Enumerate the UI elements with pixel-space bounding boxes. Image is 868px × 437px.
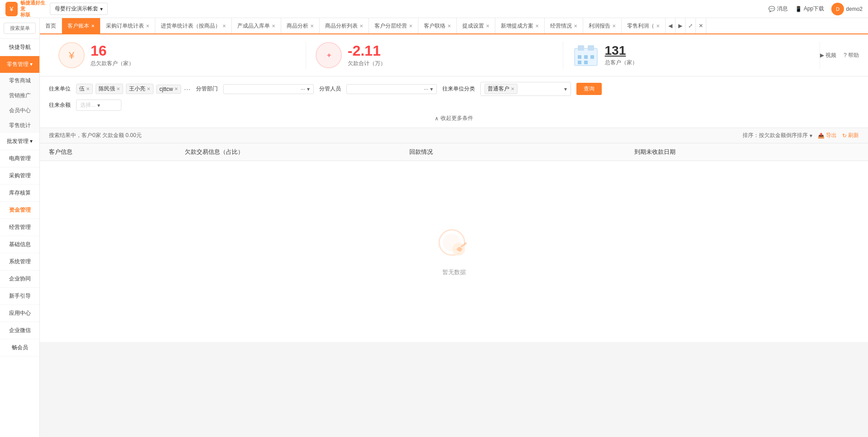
tab-product-analysis[interactable]: 商品分析 ✕ [281,18,320,34]
refresh-button[interactable]: ↻ 刷新 [842,132,859,139]
tab-bar: 首页 客户账本 ✕ 采购订单统计表 ✕ 进货单统计表（按商品） ✕ 产成品入库单… [40,18,868,34]
tab-raise-settings[interactable]: 提成设置 ✕ [457,18,495,34]
message-btn[interactable]: 💬 消息 [768,5,788,13]
sidebar-item-member-center[interactable]: 会员中心 [0,103,39,118]
tab-close-customer-account[interactable]: ✕ [91,24,95,28]
sidebar-item-member-card[interactable]: 畅会员 [0,339,39,356]
tab-profit-report[interactable]: 利润报告 ✕ [583,18,622,34]
sidebar-item-purchase-mgmt[interactable]: 采购管理 [0,167,39,185]
stat-label-customers: 总欠款客户（家） [91,60,134,67]
tab-retail-profit[interactable]: 零售利润（ ✕ [622,18,666,34]
stat-info-customers: 16 总欠款客户（家） [91,43,134,67]
sidebar-item-inventory-check[interactable]: 库存核算 [0,185,39,202]
tab-close-raise-settings[interactable]: ✕ [486,24,489,28]
tab-close-cost-in-order[interactable]: ✕ [272,24,275,28]
tab-nav-next[interactable]: ▶ [676,18,686,34]
export-button[interactable]: 📤 导出 [818,132,837,139]
tab-close-retail-profit[interactable]: ✕ [656,24,660,28]
stat-block-customers: ¥ 16 总欠款客户（家） [49,42,306,69]
sidebar-item-new-guide[interactable]: 新手引导 [0,288,39,305]
sidebar-item-quick-nav[interactable]: 快捷导航 [0,39,39,56]
col-repayment: 回款情况 [409,148,634,156]
tab-close-customer-segment[interactable]: ✕ [409,24,412,28]
sidebar-item-enterprise-wx[interactable]: 企业微信 [0,322,39,339]
balance-input[interactable]: 选择... ▾ [76,100,121,111]
remove-tag-0[interactable]: ✕ [86,86,90,91]
tab-close-new-raise-plan[interactable]: ✕ [535,24,539,28]
sidebar-item-retail-mall[interactable]: 零售商城 [0,73,39,88]
tab-nav-prev[interactable]: ◀ [666,18,676,34]
filter-tags-area: 伍 ✕ 陈民强 ✕ 王小亮 ✕ cjttcw ✕ [76,84,191,94]
stat-icon-total [572,42,599,69]
tab-cost-in-order[interactable]: 产成品入库单 ✕ [232,18,281,34]
video-link[interactable]: ▶ 视频 [820,52,836,59]
query-button[interactable]: 查询 [576,83,602,95]
stat-icon-debt: ✦ [315,42,342,69]
remove-unit-class-tag[interactable]: ✕ [511,86,514,91]
filter-tag-1: 陈民强 ✕ [96,84,123,94]
sidebar-item-marketing[interactable]: 营销推广 [0,88,39,103]
sidebar-item-enterprise-coop[interactable]: 企业协同 [0,271,39,288]
tab-customer-segment[interactable]: 客户分层经营 ✕ [369,18,418,34]
svg-rect-9 [590,55,594,59]
stat-block-total: 131 总客户（家） [563,42,820,69]
tab-close-ops-situation[interactable]: ✕ [574,24,577,28]
person-arrow: ▾ [430,86,433,92]
tab-new-raise-plan[interactable]: 新增提成方案 ✕ [495,18,545,34]
unit-class-select[interactable]: 普通客户 ✕ ▾ [480,82,571,96]
tab-more-menu[interactable]: ✕ [696,18,706,34]
tab-ops-situation[interactable]: 经营情况 ✕ [545,18,583,34]
person-select[interactable]: ··· ▾ [346,84,437,94]
stat-info-total: 131 总客户（家） [605,44,638,66]
search-menu-button[interactable]: 搜索菜单 [4,23,36,34]
sort-selector[interactable]: 排序：按欠款金额倒序排序 ▾ [743,132,812,139]
tab-close-product-analysis-list[interactable]: ✕ [360,24,363,28]
filter-more-tags[interactable]: ··· [184,85,191,93]
result-bar: 搜索结果中，客户0家 欠款金额 0.00元 排序：按欠款金额倒序排序 ▾ 📤 导… [40,128,868,143]
sidebar-item-app-center[interactable]: 应用中心 [0,305,39,322]
tab-product-analysis-list[interactable]: 商品分析列表 ✕ [320,18,369,34]
remove-tag-1[interactable]: ✕ [116,86,120,91]
svg-rect-11 [584,61,588,64]
tab-close-purchase-order-stats[interactable]: ✕ [146,24,149,28]
stat-block-debt: ✦ -2.11 欠款合计（万） [306,42,563,69]
tab-close-customer-contact[interactable]: ✕ [447,24,451,28]
tab-customer-contact[interactable]: 客户联络 ✕ [418,18,457,34]
tab-close-product-analysis[interactable]: ✕ [310,24,314,28]
sidebar-item-wholesale-mgmt[interactable]: 批发管理 ▾ [0,133,39,150]
sidebar-item-basic-info[interactable]: 基础信息 [0,236,39,253]
sidebar-item-retail-stats[interactable]: 零售统计 [0,118,39,133]
user-menu[interactable]: D demo2 [831,3,863,15]
filter-tag-0: 伍 ✕ [76,84,93,94]
help-link[interactable]: ? 帮助 [844,52,859,59]
tab-customer-account[interactable]: 客户账本 ✕ [62,18,101,34]
app-download-btn[interactable]: 📱 App下载 [795,5,824,13]
collapse-button[interactable]: ∧ 收起更多条件 [435,114,473,122]
tab-fullscreen[interactable]: ⤢ [686,18,696,34]
sidebar-item-ops-mgmt[interactable]: 经营管理 [0,219,39,236]
tab-close-profit-report[interactable]: ✕ [612,24,616,28]
remove-tag-2[interactable]: ✕ [147,86,150,91]
svg-point-15 [457,247,462,252]
svg-rect-10 [578,61,581,64]
unit-class-arrow: ▾ [564,86,567,92]
dept-label: 分管部门 [196,85,218,93]
stat-label-total: 总客户（家） [605,59,638,66]
tab-close-incoming-stats[interactable]: ✕ [222,24,226,28]
sidebar-item-capital-mgmt[interactable]: 资金管理 [0,202,39,219]
tab-home[interactable]: 首页 [40,18,62,34]
org-selector[interactable]: 母婴行业演示帐套 ▾ [50,3,108,15]
result-info: 搜索结果中，客户0家 欠款金额 0.00元 [49,132,142,139]
dept-select[interactable]: ··· ▾ [223,84,314,94]
tab-purchase-order-stats[interactable]: 采购订单统计表 ✕ [101,18,155,34]
sidebar: 搜索菜单 快捷导航 零售管理 ▾ 零售商城 营销推广 会员中心 零售统计 批发管… [0,18,40,437]
message-icon: 💬 [768,6,775,12]
filter-row-2: 往来余额 选择... ▾ [49,100,859,111]
sidebar-item-ecommerce-mgmt[interactable]: 电商管理 [0,150,39,167]
remove-tag-3[interactable]: ✕ [174,86,178,91]
stat-value-debt: -2.11 [348,43,386,58]
tab-incoming-stats-product[interactable]: 进货单统计表（按商品） ✕ [155,18,232,34]
sidebar-item-retail-mgmt[interactable]: 零售管理 ▾ [0,56,39,73]
sidebar-item-sys-mgmt[interactable]: 系统管理 [0,253,39,271]
main-layout: 搜索菜单 快捷导航 零售管理 ▾ 零售商城 营销推广 会员中心 零售统计 批发管… [0,18,868,437]
